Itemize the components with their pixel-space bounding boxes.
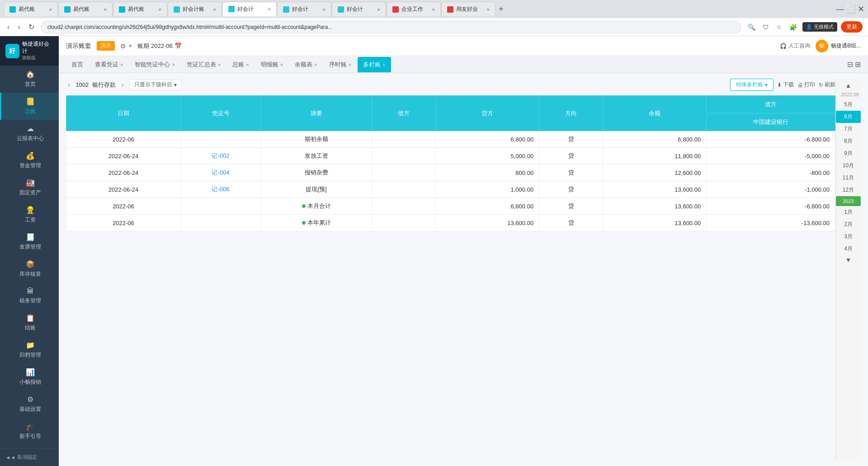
sidebar-item-ledger[interactable]: 📒 总账 [0, 93, 59, 120]
tab-close-journal[interactable]: × [349, 62, 351, 67]
refresh-button[interactable]: ↻ 刷新 [819, 81, 835, 89]
tab-close-5[interactable]: × [268, 6, 271, 12]
tab-close-6[interactable]: × [323, 7, 326, 12]
cal-month-aug[interactable]: 8月 [836, 135, 861, 147]
tab-general-ledger[interactable]: 总账 × [227, 57, 254, 72]
calendar-scroll-down[interactable]: ▼ [844, 255, 853, 265]
tab-close-8[interactable]: × [432, 7, 435, 12]
sidebar-item-expense[interactable]: 📊 小畅报销 [0, 363, 59, 391]
update-button[interactable]: 更新 [841, 21, 863, 33]
tab-voucher-summary[interactable]: 凭证汇总表 × [181, 57, 226, 72]
filter-label: 只显示下级科目 [134, 81, 172, 89]
tab-close-smart-voucher[interactable]: × [172, 62, 175, 67]
tab-detail-ledger[interactable]: 明细账 × [255, 57, 288, 72]
sidebar-item-inventory[interactable]: 📦 库存核算 [0, 255, 59, 282]
minimize-button[interactable]: — [836, 5, 844, 14]
maximize-button[interactable]: ⬜ [846, 4, 856, 14]
calendar-scroll-up[interactable]: ▲ [844, 80, 853, 90]
tab-1[interactable]: 易代账 × [4, 2, 58, 16]
tab-home[interactable]: 首页 [66, 57, 89, 72]
table-cell[interactable] [180, 131, 260, 148]
cal-month-may[interactable]: 5月 [836, 99, 861, 111]
tabs-expand-button[interactable]: ⊞ [855, 60, 861, 69]
dropdown-arrow-icon[interactable]: ▾ [129, 42, 132, 49]
tab-close-general-ledger[interactable]: × [246, 62, 249, 67]
tab-close-voucher-summary[interactable]: × [218, 62, 221, 67]
tab-balance[interactable]: 余额表 × [289, 57, 322, 72]
tab-4[interactable]: 好会计账 × [168, 2, 222, 16]
sidebar-item-tax[interactable]: 🏛 税务管理 [0, 282, 59, 309]
sidebar-item-payroll[interactable]: 👷 工资 [0, 201, 59, 228]
calendar-icon[interactable]: 📅 [175, 42, 182, 49]
tab-close-view-voucher[interactable]: × [120, 62, 123, 67]
tab-multi-column[interactable]: 多栏账 × [358, 57, 391, 72]
tab-close-balance[interactable]: × [314, 62, 317, 67]
search-button[interactable]: 🔍 [746, 22, 757, 33]
sidebar-item-fund[interactable]: 💰 资金管理 [0, 147, 59, 174]
cal-month-oct[interactable]: 10月 [836, 160, 861, 172]
new-tab-button[interactable]: + [496, 5, 506, 14]
extension-button[interactable]: 🧩 [788, 22, 799, 33]
print-button[interactable]: 🖨 打印 [797, 81, 815, 89]
tab-close-detail-ledger[interactable]: × [280, 62, 283, 67]
cal-month-jan[interactable]: 1月 [836, 206, 861, 218]
tab-close-2[interactable]: × [104, 7, 107, 12]
table-cell[interactable] [180, 215, 260, 231]
tab-close-multi-column[interactable]: × [382, 62, 385, 67]
tab-view-voucher[interactable]: 查看凭证 × [90, 57, 128, 72]
sidebar-item-fixed-asset[interactable]: 🏭 固定资产 [0, 174, 59, 201]
sidebar-item-vip[interactable]: 👑 畅会员 [0, 445, 59, 448]
tab-close-4[interactable]: × [213, 7, 216, 12]
user-service-button[interactable]: 🎧 人工咨询 [780, 42, 810, 50]
back-button[interactable]: ‹ [5, 21, 11, 33]
tab-8[interactable]: 企业工作 × [387, 2, 441, 16]
refresh-nav-button[interactable]: ↻ [27, 21, 36, 33]
account-settings-icon[interactable]: ⚙ [120, 42, 126, 50]
sidebar-item-home[interactable]: 🏠 首页 [0, 66, 59, 93]
sidebar-item-archive[interactable]: 📁 归档管理 [0, 336, 59, 363]
tab-5[interactable]: 好会计 × [222, 2, 277, 16]
cal-month-jul[interactable]: 7月 [836, 123, 861, 135]
table-cell[interactable] [180, 198, 260, 215]
cal-month-feb[interactable]: 2月 [836, 218, 861, 231]
sidebar-item-invoice[interactable]: 🧾 发票管理 [0, 228, 59, 255]
unpin-button[interactable]: ◄◄ 取消固定 [4, 452, 55, 462]
tab-close-7[interactable]: × [377, 7, 380, 12]
tab-9[interactable]: 用友好业 × [441, 2, 495, 16]
tab-7[interactable]: 好会计 × [332, 2, 386, 16]
special-multi-column-button[interactable]: 特殊多栏账 ▾ [730, 79, 774, 91]
url-input[interactable] [41, 21, 741, 33]
cal-month-mar[interactable]: 3月 [836, 231, 861, 243]
next-account-button[interactable]: › [119, 80, 125, 90]
tab-close-3[interactable]: × [159, 7, 161, 12]
tab-6[interactable]: 好会计 × [277, 2, 331, 16]
table-cell[interactable]: 记-004 [180, 165, 260, 181]
forward-button[interactable]: › [16, 21, 22, 33]
prev-account-button[interactable]: ‹ [66, 80, 72, 90]
sidebar-item-cloud-report[interactable]: ☁ 云报表中心 [0, 120, 59, 147]
no-trace-button[interactable]: 👤 无痕模式 [802, 22, 837, 32]
cal-month-dec[interactable]: 12月 [836, 184, 861, 196]
cal-month-apr[interactable]: 4月 [836, 243, 861, 255]
shield-icon[interactable]: 🛡 [761, 22, 771, 33]
sidebar-item-settings[interactable]: ⚙ 基础设置 [0, 391, 59, 418]
tab-3[interactable]: 易代账 × [113, 2, 167, 16]
sidebar-item-guide[interactable]: 🎓 新手引导 [0, 418, 59, 445]
tab-smart-voucher[interactable]: 智能凭证中心 × [129, 57, 180, 72]
filter-dropdown[interactable]: 只显示下级科目 ▾ [129, 79, 182, 90]
tabs-collapse-button[interactable]: ⊟ [847, 60, 853, 69]
close-window-button[interactable]: ✕ [858, 4, 864, 14]
download-button[interactable]: ⬇ 下载 [777, 81, 794, 89]
sidebar-item-close-account[interactable]: 📋 结账 [0, 309, 59, 336]
star-button[interactable]: ☆ [774, 22, 784, 33]
cal-month-jun[interactable]: 6月 [836, 111, 861, 123]
tab-journal[interactable]: 序时账 × [324, 57, 357, 72]
tab-close-1[interactable]: × [49, 7, 52, 12]
tab-close-9[interactable]: × [487, 7, 490, 12]
cal-month-sep[interactable]: 9月 [836, 147, 861, 160]
tab-2[interactable]: 易代账 × [58, 2, 113, 16]
table-cell[interactable]: 记-002 [180, 148, 260, 165]
table-cell[interactable]: 记-006 [180, 181, 260, 198]
cal-month-nov[interactable]: 11月 [836, 172, 861, 184]
user-avatar-area[interactable]: 畅 畅捷通B组... [816, 40, 861, 52]
